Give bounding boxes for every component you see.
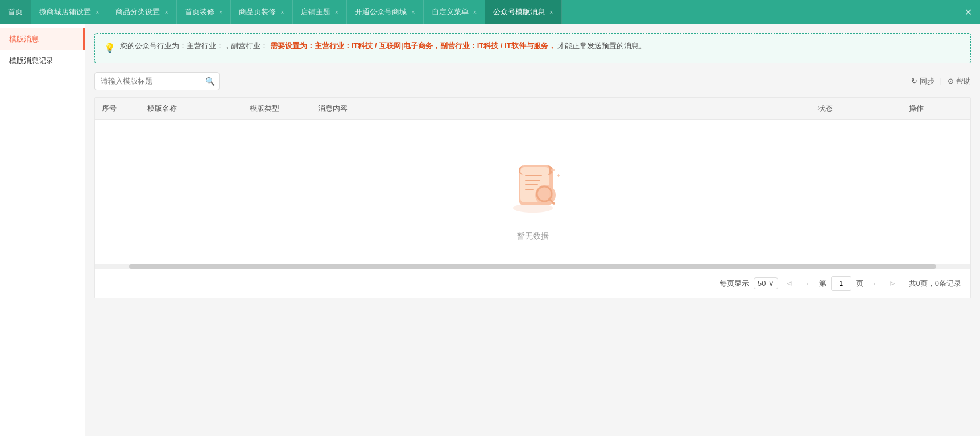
pagination: 每页显示 50 ∨ ⊲ ‹ 第 页 › ⊳ 共0页，0条记录 (95, 269, 970, 298)
table-header-3: 消息内容 (311, 98, 811, 119)
search-icon[interactable]: 🔍 (205, 77, 215, 86)
close-tab-6-icon[interactable]: × (411, 9, 415, 15)
table-header-5: 操作 (902, 98, 970, 119)
close-tab-7-icon[interactable]: × (473, 9, 477, 15)
last-page-button[interactable]: ⊳ (886, 277, 900, 290)
close-tab-3-icon[interactable]: × (219, 9, 222, 15)
close-tab-4-icon[interactable]: × (280, 9, 284, 15)
data-table: 序号模版名称模版类型消息内容状态操作 (94, 97, 971, 298)
search-right: ↻ 同步 | ⊙ 帮助 (911, 76, 971, 86)
first-page-button[interactable]: ⊲ (783, 277, 796, 290)
table-header-0: 序号 (95, 98, 140, 119)
page-label: 页 (856, 279, 863, 289)
divider: | (940, 77, 942, 85)
empty-illustration (499, 154, 567, 222)
sync-button[interactable]: ↻ 同步 (911, 76, 934, 86)
table-header-4: 状态 (811, 98, 902, 119)
nav-tab-7[interactable]: 自定义菜单× (424, 0, 485, 24)
help-icon: ⊙ (948, 77, 954, 85)
notice-box: 💡 您的公众号行业为：主营行业：，副营行业： 需要设置为：主营行业：IT科技 /… (94, 33, 971, 63)
page-number-input[interactable] (831, 276, 851, 291)
notice-text: 您的公众号行业为：主营行业：，副营行业： 需要设置为：主营行业：IT科技 / 互… (120, 40, 646, 52)
page-size-arrow: ∨ (768, 279, 774, 288)
notice-icon: 💡 (104, 41, 115, 56)
search-left: 🔍 (94, 72, 220, 90)
sidebar: 模版消息模版消息记录 (0, 24, 85, 436)
nav-tab-0[interactable]: 首页 (0, 0, 31, 24)
close-tab-8-icon[interactable]: × (549, 9, 553, 15)
next-page-button[interactable]: › (868, 277, 882, 290)
nav-tab-1[interactable]: 微商城店铺设置× (31, 0, 107, 24)
close-all-button[interactable]: ✕ (957, 7, 980, 18)
main-layout: 模版消息模版消息记录 💡 您的公众号行业为：主营行业：，副营行业： 需要设置为：… (0, 24, 980, 436)
page-size-selector[interactable]: 50 ∨ (754, 277, 778, 289)
help-button[interactable]: ⊙ 帮助 (948, 76, 971, 86)
page-total: 共0页，0条记录 (909, 279, 961, 289)
nav-tab-8[interactable]: 公众号模版消息× (485, 0, 561, 24)
sync-label: 同步 (920, 76, 934, 86)
nav-tab-6[interactable]: 开通公众号商城× (347, 0, 423, 24)
page-size-value: 50 (758, 279, 766, 288)
scrollbar-thumb[interactable] (129, 264, 936, 269)
sidebar-item-0[interactable]: 模版消息 (0, 28, 85, 50)
notice-highlight: 需要设置为：主营行业：IT科技 / 互联网|电子商务，副营行业：IT科技 / I… (270, 41, 556, 50)
empty-text: 暂无数据 (517, 231, 549, 242)
search-bar: 🔍 ↻ 同步 | ⊙ 帮助 (94, 72, 971, 90)
close-tab-2-icon[interactable]: × (164, 9, 168, 15)
nav-tab-4[interactable]: 商品页装修× (231, 0, 292, 24)
sidebar-item-1[interactable]: 模版消息记录 (0, 50, 85, 72)
close-tab-5-icon[interactable]: × (335, 9, 338, 15)
table-header-2: 模版类型 (243, 98, 311, 119)
table-header: 序号模版名称模版类型消息内容状态操作 (95, 98, 970, 120)
search-input[interactable] (94, 72, 220, 90)
top-navigation: 首页微商城店铺设置×商品分类设置×首页装修×商品页装修×店铺主题×开通公众号商城… (0, 0, 980, 24)
sync-icon: ↻ (911, 77, 917, 85)
nav-tab-3[interactable]: 首页装修× (177, 0, 231, 24)
nav-tab-5[interactable]: 店铺主题× (293, 0, 347, 24)
page-di-label: 第 (819, 279, 826, 289)
empty-state: 暂无数据 (95, 120, 970, 264)
help-label: 帮助 (956, 76, 971, 86)
page-size-label: 每页显示 (720, 279, 749, 289)
content-area: 💡 您的公众号行业为：主营行业：，副营行业： 需要设置为：主营行业：IT科技 /… (85, 24, 980, 436)
nav-tab-2[interactable]: 商品分类设置× (107, 0, 176, 24)
close-tab-1-icon[interactable]: × (96, 9, 99, 15)
table-header-1: 模版名称 (140, 98, 243, 119)
search-input-wrapper: 🔍 (94, 72, 220, 90)
horizontal-scrollbar[interactable] (95, 264, 970, 269)
prev-page-button[interactable]: ‹ (801, 277, 814, 290)
